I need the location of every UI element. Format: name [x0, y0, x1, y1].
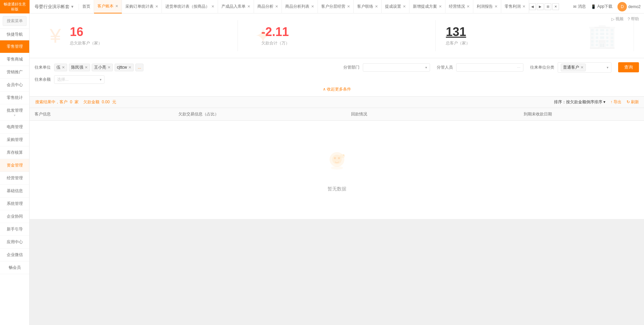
sidebar-item-app-center[interactable]: 应用中心 — [0, 236, 29, 249]
tag-close-normal-customer[interactable]: ✕ — [581, 65, 584, 70]
sidebar-item-members[interactable]: 会员中心 — [0, 79, 29, 92]
tag-close-wu[interactable]: ✕ — [62, 65, 65, 70]
sidebar-item-inventory[interactable]: 库存核算 — [0, 146, 29, 159]
sidebar-item-marketing[interactable]: 营销推广 — [0, 66, 29, 79]
chevron-down-icon: ▾ — [425, 66, 427, 69]
sidebar-item-chang-member[interactable]: 畅会员 — [0, 261, 29, 274]
sidebar-item-retail-management[interactable]: 零售管理 — [0, 40, 29, 53]
help-button[interactable]: ? 帮助 — [628, 16, 639, 22]
tag-cjttcw: cjttcw ✕ — [115, 64, 134, 71]
tab-product-storage[interactable]: 产成品入库单✕ — [218, 0, 254, 13]
tab-business-overview[interactable]: 经营情况✕ — [445, 0, 473, 13]
close-icon[interactable]: ✕ — [467, 4, 470, 9]
close-icon[interactable]: ✕ — [115, 4, 118, 8]
tab-profit-report[interactable]: 利润报告✕ — [473, 0, 501, 13]
sidebar-item-ecommerce[interactable]: 电商管理 — [0, 121, 29, 134]
sort-dropdown[interactable]: 排序： 按欠款金额倒序排序 ▾ — [554, 99, 605, 105]
person-select[interactable]: ··· — [456, 63, 523, 72]
chevron-up-icon: ∧ — [323, 87, 326, 92]
sidebar-item-retail-mall[interactable]: 零售商城 — [0, 53, 29, 66]
sidebar-item-operations[interactable]: 经营管理 — [0, 172, 29, 185]
tag-more[interactable]: ... — [135, 64, 143, 71]
sidebar-item-system[interactable]: 系统管理 — [0, 197, 29, 210]
top-right-actions: ✉ 消息 📱 App下载 D demo2 — [573, 2, 641, 11]
video-help-button[interactable]: ▷ 视频 — [611, 16, 624, 22]
refresh-button[interactable]: ↻ 刷新 — [627, 99, 639, 105]
sidebar-item-enterprise[interactable]: 企业协同 — [0, 210, 29, 223]
chevron-down-icon: ▾ — [603, 100, 605, 104]
export-button[interactable]: ↑ 导出 — [610, 99, 621, 105]
query-button[interactable]: 查询 — [618, 62, 639, 72]
sidebar-item-basics[interactable]: 基础信息 — [0, 185, 29, 197]
app-download-button[interactable]: 📱 App下载 — [591, 4, 612, 9]
tab-product-analysis[interactable]: 商品分析✕ — [254, 0, 282, 13]
person-label: 分管人员 — [437, 65, 453, 70]
tab-customer-contact[interactable]: 客户联络✕ — [354, 0, 382, 13]
tag-close-wangxiaoliang[interactable]: ✕ — [108, 65, 111, 70]
close-icon[interactable]: ✕ — [522, 4, 525, 9]
close-icon[interactable]: ✕ — [211, 4, 214, 9]
tab-close-all-button[interactable]: ✕ — [552, 3, 559, 10]
export-icon: ↑ — [610, 100, 612, 104]
unit-filter-tags: 伍 ✕ 陈民强 ✕ 王小亮 ✕ cjttcw ✕ — [54, 64, 333, 71]
tab-home[interactable]: 首页 — [79, 0, 94, 13]
balance-select[interactable]: 选择... ▾ — [54, 75, 104, 84]
empty-illustration-icon — [324, 148, 350, 181]
search-menu-button[interactable]: 搜索菜单 — [3, 16, 27, 26]
message-button[interactable]: ✉ 消息 — [573, 4, 586, 9]
tab-purchase-stats-by-product[interactable]: 进货单统计表（按商品）✕ — [162, 0, 218, 13]
tag-close-cjttcw[interactable]: ✕ — [128, 65, 131, 70]
sidebar-item-finance[interactable]: 资金管理 — [0, 159, 29, 172]
tag-normal-customer: 普通客户 ✕ — [561, 64, 586, 71]
table-header: 客户信息 欠款交易信息（占比） 回款情况 到期未收款日期 — [30, 108, 644, 121]
close-icon[interactable]: ✕ — [495, 4, 498, 9]
close-icon[interactable]: ✕ — [311, 4, 314, 9]
play-icon: ▷ — [611, 17, 614, 22]
tab-retail-profit[interactable]: 零售利润✕ — [501, 0, 529, 13]
close-icon[interactable]: ✕ — [439, 4, 442, 9]
results-info: 搜索结果中，客户 0 家 欠款金额 0.00 元 — [35, 99, 117, 105]
close-icon[interactable]: ✕ — [247, 4, 250, 9]
category-select[interactable]: 普通客户 ✕ ▾ — [558, 62, 611, 73]
tab-prev-button[interactable]: ◀ — [529, 3, 536, 10]
tab-purchase-order-stats[interactable]: 采购订单统计表✕ — [122, 0, 162, 13]
tab-customer-ledger[interactable]: 客户账本✕ — [94, 0, 122, 13]
collapse-filter-button[interactable]: ∧ 收起更多条件 — [35, 86, 639, 92]
tab-next-button[interactable]: ▶ — [537, 3, 544, 10]
close-icon[interactable]: ✕ — [403, 4, 406, 9]
refresh-icon: ↻ — [627, 100, 630, 104]
building-deco-icon: 🏢 — [588, 22, 617, 49]
results-actions: 排序： 按欠款金额倒序排序 ▾ ↑ 导出 ↻ 刷新 — [554, 99, 639, 105]
account-dropdown[interactable]: 母婴行业演示帐套 ▾ — [30, 4, 79, 10]
close-icon[interactable]: ✕ — [155, 4, 158, 9]
svg-point-3 — [334, 157, 336, 159]
empty-state: 暂无数据 — [30, 121, 644, 219]
sidebar-item-newbie[interactable]: 新手引导 — [0, 223, 29, 236]
sidebar-item-wholesale[interactable]: 批发管理 ▾ — [0, 104, 29, 121]
user-menu[interactable]: D demo2 — [617, 2, 641, 11]
tab-product-analysis-list[interactable]: 商品分析列表✕ — [282, 0, 318, 13]
data-table: 客户信息 欠款交易信息（占比） 回款情况 到期未收款日期 — [30, 108, 644, 219]
close-icon[interactable]: ✕ — [347, 4, 350, 9]
header-repay: 回款情况 — [351, 111, 524, 117]
results-bar: 搜索结果中，客户 0 家 欠款金额 0.00 元 排序： 按欠款金额倒序排序 ▾… — [30, 97, 644, 108]
sidebar-item-retail-stats[interactable]: 零售统计 — [0, 92, 29, 104]
chevron-down-icon: ▾ — [607, 66, 608, 69]
tag-close-chenminqiang[interactable]: ✕ — [85, 65, 88, 70]
sidebar-item-wechat[interactable]: 企业微信 — [0, 249, 29, 261]
stat-total-customers: 🏢 131 总客户（家） — [436, 20, 634, 51]
tag-wangxiaoliang: 王小亮 ✕ — [92, 64, 113, 71]
close-icon[interactable]: ✕ — [375, 4, 378, 9]
tab-commission-settings[interactable]: 提成设置✕ — [382, 0, 410, 13]
close-icon[interactable]: ✕ — [275, 4, 278, 9]
tab-expand-button[interactable]: ⊞ — [545, 3, 551, 10]
sidebar-item-purchase[interactable]: 采购管理 — [0, 134, 29, 146]
message-icon: ✉ — [573, 4, 576, 9]
dept-select[interactable]: ▾ — [363, 63, 430, 72]
tab-new-commission[interactable]: 新增提成方案✕ — [410, 0, 445, 13]
sidebar-search-area: 搜索菜单 — [0, 13, 29, 29]
quick-nav-button[interactable]: 快捷导航 — [0, 29, 29, 40]
page-content: ¥ 16 总欠款客户（家） ✦ -2.11 欠款合计（万） 🏢 131 — [30, 13, 644, 219]
top-nav-tabs: 首页 客户账本✕ 采购订单统计表✕ 进货单统计表（按商品）✕ 产成品入库单✕ 商… — [79, 0, 573, 13]
tab-customer-layered[interactable]: 客户分层经营✕ — [318, 0, 354, 13]
